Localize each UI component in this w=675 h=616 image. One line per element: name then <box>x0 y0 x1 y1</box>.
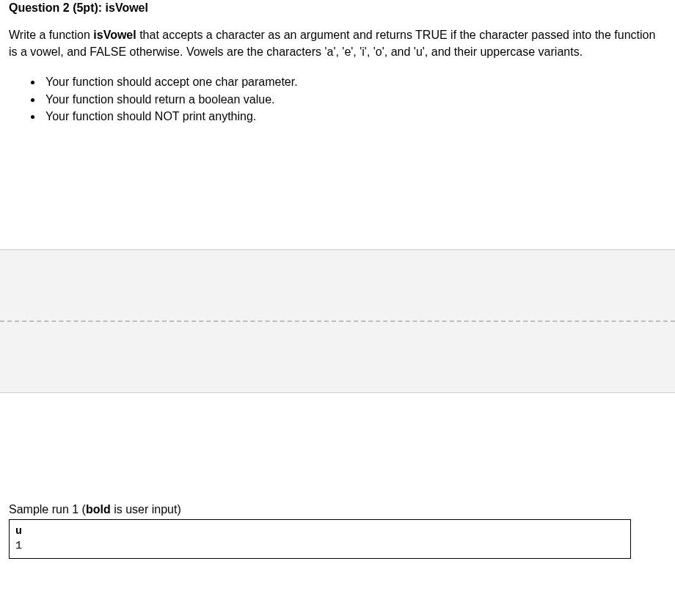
sample-user-input: u <box>15 524 624 539</box>
requirements-list: Your function should accept one char par… <box>29 73 666 125</box>
sample-run-label: Sample run 1 (bold is user input) <box>9 503 666 516</box>
question-heading: Question 2 (5pt): isVowel <box>9 0 666 15</box>
question-block: Question 2 (5pt): isVowel Write a functi… <box>0 0 675 125</box>
requirement-item: Your function should NOT print anything. <box>43 108 666 125</box>
sample-label-pre: Sample run 1 ( <box>9 503 86 516</box>
sample-run-box: u 1 <box>9 519 631 560</box>
requirement-item: Your function should accept one char par… <box>43 73 666 90</box>
section-divider-band <box>0 249 675 393</box>
sample-label-bold: bold <box>86 503 111 516</box>
sample-output: 1 <box>15 539 624 554</box>
tear-line <box>0 320 675 322</box>
requirement-item: Your function should return a boolean va… <box>43 91 666 108</box>
prompt-text-pre: Write a function <box>9 29 93 41</box>
prompt-function-name: isVowel <box>93 29 136 41</box>
sample-section: Sample run 1 (bold is user input) u 1 <box>0 503 675 560</box>
question-prompt: Write a function isVowel that accepts a … <box>9 26 666 60</box>
sample-label-post: is user input) <box>111 503 181 516</box>
page-root: Question 2 (5pt): isVowel Write a functi… <box>0 0 675 559</box>
